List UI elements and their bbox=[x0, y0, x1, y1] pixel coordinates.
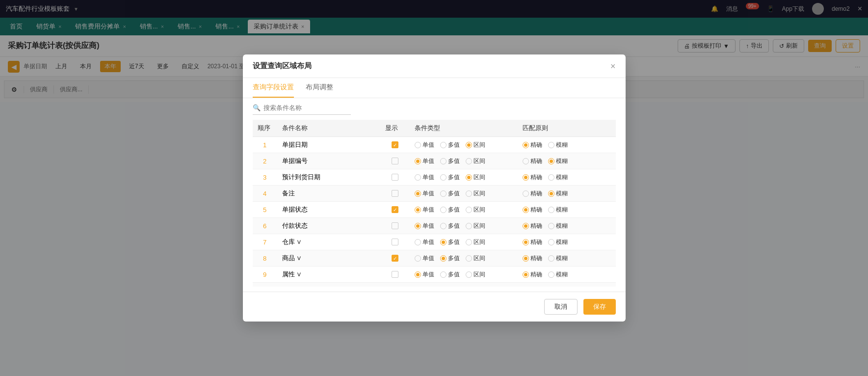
modal-header: 设置查询区域布局 × bbox=[243, 54, 626, 78]
modal-tab-layout-adjust-label: 布局调整 bbox=[306, 83, 333, 91]
modal-title: 设置查询区域布局 bbox=[253, 61, 312, 71]
modal-tab-field-settings[interactable]: 查询字段设置 bbox=[253, 78, 294, 98]
modal-tab-layout-adjust[interactable]: 布局调整 bbox=[306, 78, 333, 98]
modal-close-button[interactable]: × bbox=[610, 62, 616, 71]
modal-dialog: 设置查询区域布局 × 查询字段设置 布局调整 🔍 bbox=[243, 54, 626, 102]
modal-tab-bar: 查询字段设置 布局调整 bbox=[243, 78, 626, 98]
modal-tab-field-settings-label: 查询字段设置 bbox=[253, 83, 294, 91]
modal-overlay: 设置查询区域布局 × 查询字段设置 布局调整 🔍 bbox=[0, 0, 868, 102]
modal-search-area: 🔍 bbox=[243, 98, 626, 102]
